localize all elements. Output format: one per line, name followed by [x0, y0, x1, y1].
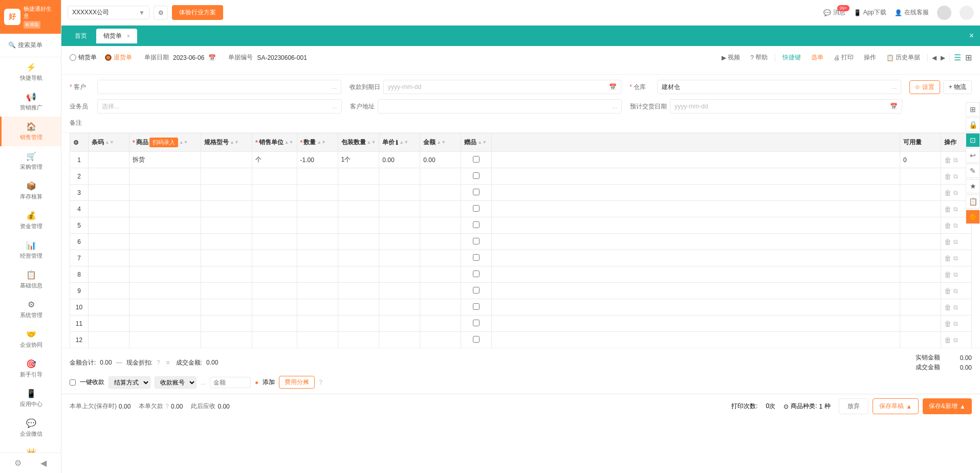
row-unit[interactable]: 个: [252, 152, 297, 168]
tab-close-icon[interactable]: ×: [127, 33, 130, 39]
save-new-button[interactable]: 保存&新增 ▲: [923, 398, 972, 414]
right-tool-1[interactable]: ⊞: [966, 102, 980, 117]
staff-input[interactable]: 选择... ...: [97, 99, 342, 114]
expected-date-input[interactable]: yyyy-mm-dd 📅: [670, 99, 902, 114]
delete-icon[interactable]: 🗑: [944, 205, 951, 213]
history-button[interactable]: 📋 历史单据: [883, 52, 923, 63]
row-amount[interactable]: 0.00: [420, 152, 461, 168]
row-spec[interactable]: [201, 152, 252, 168]
scan-button[interactable]: 扫码录入: [149, 138, 178, 147]
copy-icon[interactable]: ⧉: [953, 287, 958, 295]
logistics-button[interactable]: + 物流: [943, 80, 972, 94]
cumulative-debt-help[interactable]: ?: [165, 403, 169, 410]
account-dots[interactable]: ...: [201, 379, 206, 386]
row-barcode[interactable]: [89, 152, 129, 168]
customer-input[interactable]: ...: [97, 80, 341, 94]
right-tool-5[interactable]: ✎: [966, 164, 980, 178]
online-service-button[interactable]: 👤 在线客服: [895, 8, 929, 17]
abandon-button[interactable]: 放弃: [839, 398, 868, 414]
delete-icon[interactable]: 🗑: [944, 303, 951, 311]
print-button[interactable]: 🖨 打印: [831, 52, 857, 63]
trial-button[interactable]: 体验行业方案: [172, 5, 223, 20]
warehouse-input[interactable]: 建材仓 ...: [657, 80, 901, 94]
nav-next-icon[interactable]: ▶: [941, 54, 945, 61]
delete-row-icon[interactable]: 🗑: [944, 156, 951, 164]
delete-icon[interactable]: 🗑: [944, 189, 951, 197]
copy-row-icon[interactable]: ⧉: [953, 156, 958, 164]
shortcut-button[interactable]: 快捷键: [779, 52, 804, 63]
save-draft-button[interactable]: 保存草稿 ▲: [873, 398, 919, 414]
sidebar-item-wechat[interactable]: 💬 企业微信: [0, 413, 61, 443]
select-button[interactable]: 选单: [808, 52, 826, 63]
search-menu-item[interactable]: 🔍 搜索菜单: [4, 38, 57, 53]
copy-icon[interactable]: ⧉: [953, 320, 958, 327]
sidebar-item-base[interactable]: 📋 基础信息: [0, 265, 61, 295]
company-selector[interactable]: XXXXXX公司 ▼: [68, 6, 149, 19]
sidebar-item-inventory[interactable]: 📦 库存核算: [0, 176, 61, 206]
delete-icon[interactable]: 🗑: [944, 254, 951, 262]
row-price[interactable]: 0.00: [379, 152, 420, 168]
copy-icon[interactable]: ⧉: [953, 222, 958, 229]
view-list-icon[interactable]: ☰: [954, 53, 961, 62]
delete-icon[interactable]: 🗑: [944, 336, 951, 344]
collapse-icon[interactable]: ◀: [40, 458, 47, 468]
delete-icon[interactable]: 🗑: [944, 287, 951, 295]
avatar-secondary[interactable]: [960, 6, 974, 20]
product-type-item[interactable]: ⊙ 商品种类: 1 种: [783, 402, 831, 411]
tab-home[interactable]: 首页: [68, 29, 94, 43]
operate-button[interactable]: 操作: [861, 52, 879, 63]
delete-icon[interactable]: 🗑: [944, 238, 951, 246]
close-window-icon[interactable]: ×: [969, 31, 974, 40]
copy-icon[interactable]: ⧉: [953, 304, 958, 311]
amount-input[interactable]: [210, 377, 251, 388]
delete-icon[interactable]: 🗑: [944, 320, 951, 328]
copy-icon[interactable]: ⧉: [953, 206, 958, 213]
right-tool-2[interactable]: 🔒: [966, 118, 980, 132]
customer-addr-input[interactable]: ...: [378, 99, 622, 114]
video-button[interactable]: ▶ 视频: [718, 52, 743, 63]
sidebar-item-enterprise[interactable]: 🤝 企业协同: [0, 324, 61, 354]
sidebar-item-app[interactable]: 📱 应用中心: [0, 384, 61, 413]
copy-icon[interactable]: ⧉: [953, 189, 958, 196]
view-grid-icon[interactable]: ⊞: [965, 53, 972, 62]
discount-help-icon[interactable]: ?: [157, 359, 160, 366]
delete-icon[interactable]: 🗑: [944, 271, 951, 279]
row-product[interactable]: 拆货: [129, 152, 201, 168]
one-click-pay-checkbox[interactable]: [70, 379, 76, 386]
right-tool-3[interactable]: ⊡: [966, 133, 980, 147]
row-gift[interactable]: [461, 152, 492, 168]
radio-return-input[interactable]: [105, 54, 112, 61]
sidebar-item-system[interactable]: ⚙ 系统管理: [0, 295, 61, 324]
expense-button[interactable]: 费用分摊: [279, 376, 315, 389]
radio-return[interactable]: 退货单: [105, 53, 132, 62]
right-tool-6[interactable]: ★: [966, 179, 980, 193]
calendar-icon[interactable]: 📅: [208, 54, 216, 61]
delete-icon[interactable]: 🗑: [944, 172, 951, 181]
expense-help-icon[interactable]: ?: [319, 379, 322, 386]
topbar-gear-button[interactable]: ⚙: [154, 6, 168, 20]
radio-sales-input[interactable]: [70, 54, 76, 61]
right-tool-8[interactable]: 🔶: [966, 210, 980, 224]
row-pkgqty[interactable]: 1个: [338, 152, 379, 168]
right-tool-4[interactable]: ↩: [966, 148, 980, 163]
avatar[interactable]: [937, 6, 951, 20]
sidebar-item-quick-nav[interactable]: ⚡ 快捷导航: [0, 57, 61, 87]
sidebar-item-guide[interactable]: 🎯 新手引导: [0, 354, 61, 384]
sidebar-item-purchase[interactable]: 🛒 采购管理: [0, 146, 61, 176]
sidebar-item-operations[interactable]: 📊 经营管理: [0, 235, 61, 265]
payment-date-input[interactable]: yyyy-mm-dd 📅: [383, 80, 621, 94]
account-select[interactable]: 收款账号: [155, 376, 197, 389]
calc-method-select[interactable]: 结算方式: [108, 376, 150, 389]
messages-button[interactable]: 💬 消息 99+: [823, 8, 845, 17]
right-tool-7[interactable]: 📋: [966, 194, 980, 209]
app-download-button[interactable]: 📱 App下载: [854, 8, 886, 17]
copy-icon[interactable]: ⧉: [953, 255, 958, 262]
tab-sales-order[interactable]: 销货单 ×: [96, 29, 137, 43]
settings-button[interactable]: ⊙ 设置: [909, 80, 940, 94]
th-gear[interactable]: ⚙: [70, 133, 89, 152]
copy-icon[interactable]: ⧉: [953, 238, 958, 245]
sidebar-item-finance[interactable]: 💰 资金管理: [0, 206, 61, 235]
table-gear-icon[interactable]: ⚙: [73, 139, 79, 146]
row-qty[interactable]: -1.00: [297, 152, 338, 168]
delete-icon[interactable]: 🗑: [944, 221, 951, 230]
